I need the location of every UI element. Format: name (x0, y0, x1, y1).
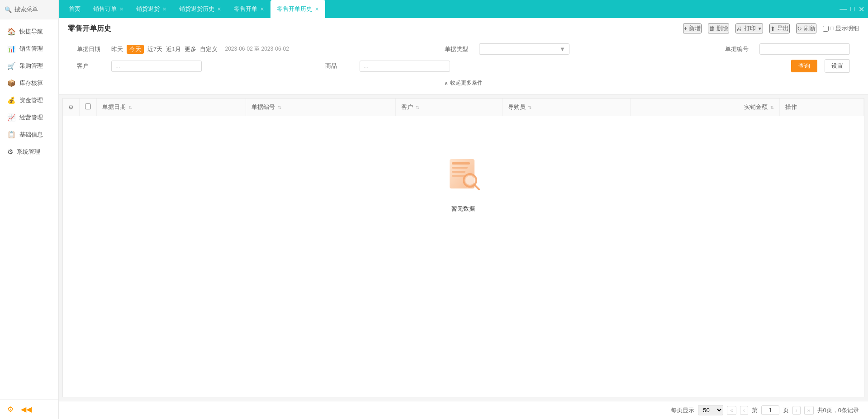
first-page-btn[interactable]: « (727, 406, 736, 415)
filter-row-2: 客户 ... 商品 ... 查询 设置 (77, 59, 850, 73)
sidebar-icon-sales-mgmt: 📊 (7, 45, 16, 53)
date-shortcuts: 昨天今天近7天近1月更多自定义 (111, 45, 218, 54)
tab-close-sales-return-history[interactable]: ✕ (217, 6, 221, 12)
tab-retail-open[interactable]: 零售开单✕ (228, 0, 270, 18)
sidebar-icon-sys-mgmt: ⚙ (7, 148, 13, 156)
settings-button[interactable]: 设置 (825, 59, 850, 73)
page-header: 零售开单历史 + 新增 🗑 删除 🖨 🖨 打印 打印 ▼ ⬆ 导出 (59, 18, 868, 94)
tab-sales-order[interactable]: 销售订单✕ (87, 0, 130, 18)
date-shortcut-last1month[interactable]: 近1月 (166, 45, 181, 53)
pagination: 每页显示 50 20 100 « ‹ 第 页 › » 共0页，0条记录 (59, 401, 868, 419)
settings-footer-icon[interactable]: ⚙ (7, 405, 14, 414)
column-settings-icon[interactable]: ⚙ (68, 104, 74, 111)
table-head: ⚙ 单据日期 ⇅ 单据编号 ⇅ (63, 99, 864, 116)
tab-label-sales-return-history: 销货退货历史 (179, 5, 214, 13)
th-settings[interactable]: ⚙ (63, 99, 80, 116)
sidebar-label-sales-mgmt: 销售管理 (19, 45, 43, 53)
tab-close-sales-return[interactable]: ✕ (162, 6, 166, 12)
product-placeholder: ... (364, 63, 369, 70)
tab-label-sales-order: 销售订单 (93, 5, 117, 13)
th-date-sort-icon: ⇅ (128, 105, 132, 110)
sidebar-footer: ⚙ ◀◀ (0, 399, 58, 419)
content-area: 零售开单历史 + 新增 🗑 删除 🖨 🖨 打印 打印 ▼ ⬆ 导出 (59, 18, 868, 419)
sidebar-icon-base-info: 📋 (7, 131, 16, 139)
sidebar-item-sys-mgmt[interactable]: ⚙系统管理 (0, 143, 58, 160)
customer-label: 客户 (77, 62, 104, 70)
doc-type-select[interactable]: ▼ (479, 43, 569, 55)
print-dropdown-icon: ▼ (758, 26, 762, 31)
collapse-sidebar-icon[interactable]: ◀◀ (21, 405, 32, 414)
export-button[interactable]: ⬆ 导出 (769, 24, 790, 33)
sidebar-item-quick-nav[interactable]: 🏠快捷导航 (0, 23, 58, 40)
sidebar-label-purchase-mgmt: 采购管理 (19, 62, 43, 70)
print-icon: 🖨 (736, 25, 742, 32)
last-page-btn[interactable]: » (804, 406, 814, 415)
show-detail-checkbox[interactable] (823, 26, 829, 32)
page-size-label: 每页显示 (671, 406, 694, 414)
sidebar-label-operations: 经营管理 (19, 113, 43, 122)
tab-close-retail-open[interactable]: ✕ (260, 6, 264, 12)
sidebar-label-finance: 资金管理 (19, 96, 43, 104)
customer-select[interactable]: ... (111, 61, 202, 72)
th-date[interactable]: 单据日期 ⇅ (97, 99, 246, 116)
doc-no-label: 单据编号 (725, 45, 752, 53)
next-page-btn[interactable]: › (792, 406, 801, 415)
svg-rect-3 (452, 171, 465, 173)
svg-point-6 (465, 176, 474, 185)
date-shortcut-more[interactable]: 更多 (185, 45, 196, 53)
select-all-checkbox[interactable] (85, 104, 91, 109)
tabs-bar: 首页销售订单✕销货退货✕销货退货历史✕零售开单✕零售开单历史✕ — □ ✕ (59, 0, 868, 18)
svg-line-7 (474, 185, 479, 189)
refresh-button[interactable]: ↻ 刷新 (796, 24, 816, 33)
print-button[interactable]: 🖨 🖨 打印 打印 ▼ (735, 24, 763, 33)
page-size-select[interactable]: 50 20 100 (698, 405, 723, 415)
date-range-display: 2023-06-02 至 2023-06-02 (225, 45, 289, 53)
doc-no-input[interactable] (759, 43, 850, 55)
sidebar-search[interactable]: 🔍 搜索采单 (0, 0, 58, 19)
minimize-btn[interactable]: — (840, 5, 847, 13)
sidebar-item-inventory[interactable]: 📦库存核算 (0, 75, 58, 92)
search-icon: 🔍 (5, 6, 12, 13)
tab-sales-return[interactable]: 销货退货✕ (130, 0, 173, 18)
th-amount-label: 实销金额 (744, 104, 768, 110)
product-select[interactable]: ... (360, 61, 450, 72)
delete-button[interactable]: 🗑 删除 (708, 24, 729, 33)
th-guide[interactable]: 导购员 ⇅ (502, 99, 630, 116)
sidebar-item-purchase-mgmt[interactable]: 🛒采购管理 (0, 57, 58, 75)
th-checkbox[interactable] (80, 99, 97, 116)
collapse-label: 收起更多条件 (450, 79, 483, 87)
sidebar-item-sales-mgmt[interactable]: 📊销售管理 (0, 40, 58, 57)
empty-row: 暂无数据 (63, 116, 864, 250)
tab-sales-return-history[interactable]: 销货退货历史✕ (173, 0, 228, 18)
close-btn[interactable]: ✕ (859, 5, 864, 14)
maximize-btn[interactable]: □ (850, 5, 855, 13)
page-suffix: 页 (783, 406, 789, 414)
prev-page-btn[interactable]: ‹ (740, 406, 748, 415)
sidebar-item-finance[interactable]: 💰资金管理 (0, 92, 58, 109)
tab-retail-open-history[interactable]: 零售开单历史✕ (270, 0, 325, 18)
collapse-filter-row[interactable]: ∧ 收起更多条件 (77, 77, 850, 89)
sidebar-nav: 🏠快捷导航📊销售管理🛒采购管理📦库存核算💰资金管理📈经营管理📋基础信息⚙系统管理 (0, 19, 58, 399)
tab-close-retail-open-history[interactable]: ✕ (315, 6, 319, 12)
th-customer[interactable]: 客户 ⇅ (395, 99, 502, 116)
sidebar-item-base-info[interactable]: 📋基础信息 (0, 126, 58, 143)
th-no[interactable]: 单据编号 ⇅ (246, 99, 395, 116)
page-number-input[interactable] (761, 405, 779, 415)
sidebar-item-operations[interactable]: 📈经营管理 (0, 109, 58, 126)
date-shortcut-yesterday[interactable]: 昨天 (111, 45, 123, 53)
svg-rect-1 (452, 162, 470, 165)
show-detail-toggle[interactable]: □ 显示明细 (823, 24, 859, 33)
window-controls: — □ ✕ (840, 5, 864, 14)
query-button[interactable]: 查询 (791, 60, 817, 72)
filter-row-1: 单据日期 昨天今天近7天近1月更多自定义 2023-06-02 至 2023-0… (77, 43, 850, 55)
tab-home[interactable]: 首页 (62, 0, 87, 18)
date-shortcut-custom[interactable]: 自定义 (200, 45, 218, 53)
empty-text: 暂无数据 (451, 205, 475, 213)
add-button[interactable]: + 新增 (683, 24, 702, 33)
date-shortcut-today[interactable]: 今天 (127, 45, 144, 54)
tab-close-sales-order[interactable]: ✕ (119, 6, 123, 12)
th-amount[interactable]: 实销金额 ⇅ (630, 99, 779, 116)
sidebar-label-inventory: 库存核算 (19, 79, 43, 87)
th-action-label: 操作 (785, 104, 797, 110)
date-shortcut-last7days[interactable]: 近7天 (147, 45, 162, 53)
